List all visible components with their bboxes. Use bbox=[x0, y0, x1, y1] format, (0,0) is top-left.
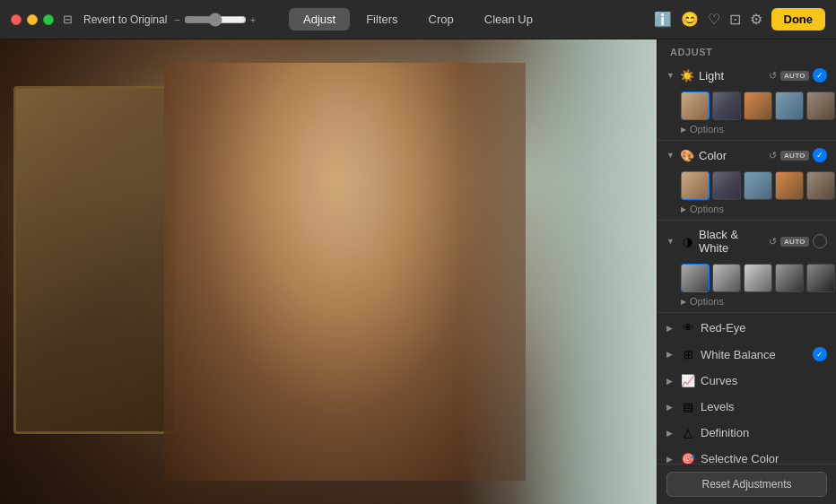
light-controls: ↺ AUTO ✓ bbox=[769, 68, 827, 83]
reset-adjustments-section: Reset Adjustments bbox=[657, 464, 836, 504]
sidebar-toggle-button[interactable]: ⊟ bbox=[63, 13, 73, 26]
definition-icon: △ bbox=[681, 426, 695, 439]
bw-thumb-3[interactable] bbox=[775, 264, 804, 292]
color-enabled-indicator[interactable]: ✓ bbox=[813, 148, 827, 162]
levels-label: Levels bbox=[701, 400, 827, 413]
section-bw-header[interactable]: ▼ ◑ Black & White ↺ AUTO bbox=[657, 222, 836, 260]
light-reset-icon[interactable]: ↺ bbox=[769, 70, 777, 82]
emoji-icon[interactable]: 😊 bbox=[681, 11, 699, 28]
color-thumb-2[interactable] bbox=[744, 171, 772, 200]
light-thumb-3[interactable] bbox=[775, 91, 804, 120]
color-icon: 🎨 bbox=[680, 149, 694, 162]
red-eye-item[interactable]: ▶ 👁 Red-Eye bbox=[657, 315, 836, 341]
traffic-lights bbox=[11, 14, 54, 25]
bw-chevron-icon: ▼ bbox=[666, 237, 675, 246]
main-content: ADJUST ▼ ☀️ Light ↺ AUTO ✓ bbox=[0, 39, 836, 504]
bw-options-label: Options bbox=[690, 296, 724, 307]
light-chevron-icon: ▼ bbox=[666, 71, 675, 80]
color-thumb-0[interactable] bbox=[681, 171, 710, 200]
done-button[interactable]: Done bbox=[771, 8, 826, 30]
light-thumbnails bbox=[657, 88, 836, 122]
export-icon[interactable]: ⊡ bbox=[729, 11, 741, 28]
section-light-header[interactable]: ▼ ☀️ Light ↺ AUTO ✓ bbox=[657, 63, 836, 88]
close-button[interactable] bbox=[11, 14, 22, 25]
red-eye-label: Red-Eye bbox=[701, 321, 827, 335]
color-thumbnails bbox=[657, 168, 836, 202]
bw-icon: ◑ bbox=[680, 235, 694, 248]
photo-image bbox=[0, 39, 657, 504]
color-thumb-3[interactable] bbox=[775, 171, 804, 200]
minimize-button[interactable] bbox=[27, 14, 38, 25]
adjust-list: ▼ ☀️ Light ↺ AUTO ✓ ▶ Options bbox=[657, 63, 836, 464]
levels-chevron-icon: ▶ bbox=[666, 403, 675, 412]
color-auto-badge[interactable]: AUTO bbox=[780, 151, 809, 161]
tab-adjust[interactable]: Adjust bbox=[289, 8, 350, 30]
red-eye-icon: 👁 bbox=[681, 321, 695, 335]
curves-chevron-icon: ▶ bbox=[666, 377, 675, 386]
color-controls: ↺ AUTO ✓ bbox=[769, 148, 827, 162]
divider-1 bbox=[657, 140, 836, 141]
light-options-row[interactable]: ▶ Options bbox=[657, 122, 836, 138]
titlebar-right: ℹ️ 😊 ♡ ⊡ ⚙ Done bbox=[654, 8, 826, 30]
curves-item[interactable]: ▶ 📈 Curves bbox=[657, 368, 836, 394]
nav-tabs: Adjust Filters Crop Clean Up bbox=[289, 8, 547, 30]
bw-thumb-2[interactable] bbox=[744, 264, 772, 292]
white-balance-chevron-icon: ▶ bbox=[666, 350, 675, 359]
color-label: Color bbox=[699, 149, 764, 162]
zoom-plus-icon: + bbox=[250, 14, 256, 25]
light-thumb-4[interactable] bbox=[806, 91, 835, 120]
bw-auto-badge[interactable]: AUTO bbox=[780, 237, 809, 247]
light-enabled-indicator[interactable]: ✓ bbox=[813, 68, 827, 83]
bw-thumb-0[interactable] bbox=[681, 264, 710, 292]
bw-label: Black & White bbox=[699, 228, 764, 255]
definition-label: Definition bbox=[701, 426, 827, 439]
light-options-chevron-icon: ▶ bbox=[681, 126, 686, 134]
color-thumb-4[interactable] bbox=[806, 171, 835, 200]
right-panel: ADJUST ▼ ☀️ Light ↺ AUTO ✓ bbox=[657, 39, 836, 504]
info-icon[interactable]: ℹ️ bbox=[654, 11, 672, 28]
red-eye-chevron-icon: ▶ bbox=[666, 324, 675, 333]
tab-crop[interactable]: Crop bbox=[414, 8, 468, 30]
light-thumb-2[interactable] bbox=[744, 91, 772, 120]
bw-enabled-indicator[interactable] bbox=[813, 234, 827, 248]
definition-item[interactable]: ▶ △ Definition bbox=[657, 420, 836, 446]
bw-thumb-1[interactable] bbox=[712, 264, 741, 292]
titlebar: ⊟ Revert to Original − + Adjust Filters … bbox=[0, 0, 836, 39]
divider-2 bbox=[657, 220, 836, 221]
levels-icon: ▤ bbox=[681, 400, 695, 413]
photo-area bbox=[0, 39, 657, 504]
color-reset-icon[interactable]: ↺ bbox=[769, 150, 777, 161]
panel-title: ADJUST bbox=[657, 39, 836, 63]
color-options-row[interactable]: ▶ Options bbox=[657, 202, 836, 218]
levels-item[interactable]: ▶ ▤ Levels bbox=[657, 394, 836, 420]
color-options-chevron-icon: ▶ bbox=[681, 205, 686, 213]
light-thumb-1[interactable] bbox=[712, 91, 741, 120]
definition-chevron-icon: ▶ bbox=[666, 429, 675, 438]
bw-options-row[interactable]: ▶ Options bbox=[657, 294, 836, 310]
curves-icon: 📈 bbox=[681, 374, 695, 387]
selective-color-item[interactable]: ▶ 🎯 Selective Color bbox=[657, 446, 836, 464]
light-options-label: Options bbox=[690, 124, 724, 135]
revert-button[interactable]: Revert to Original bbox=[83, 13, 167, 26]
tab-cleanup[interactable]: Clean Up bbox=[470, 8, 547, 30]
zoom-slider[interactable] bbox=[184, 13, 247, 27]
fullscreen-button[interactable] bbox=[43, 14, 54, 25]
bw-thumb-4[interactable] bbox=[806, 264, 835, 292]
bw-thumbnails bbox=[657, 260, 836, 294]
white-balance-icon: ⊞ bbox=[681, 348, 695, 361]
color-thumb-1[interactable] bbox=[712, 171, 741, 200]
bw-reset-icon[interactable]: ↺ bbox=[769, 236, 777, 248]
bw-options-chevron-icon: ▶ bbox=[681, 298, 686, 306]
section-color-header[interactable]: ▼ 🎨 Color ↺ AUTO ✓ bbox=[657, 143, 836, 168]
light-auto-badge[interactable]: AUTO bbox=[780, 71, 809, 81]
white-balance-label: White Balance bbox=[701, 348, 807, 361]
white-balance-item[interactable]: ▶ ⊞ White Balance ✓ bbox=[657, 341, 836, 368]
light-icon: ☀️ bbox=[680, 69, 694, 83]
gear-icon[interactable]: ⚙ bbox=[750, 11, 762, 28]
tab-filters[interactable]: Filters bbox=[352, 8, 412, 30]
divider-3 bbox=[657, 312, 836, 313]
reset-adjustments-button[interactable]: Reset Adjustments bbox=[666, 472, 827, 497]
light-thumb-0[interactable] bbox=[681, 91, 710, 120]
heart-icon[interactable]: ♡ bbox=[708, 11, 720, 28]
white-balance-badge: ✓ bbox=[813, 347, 827, 361]
